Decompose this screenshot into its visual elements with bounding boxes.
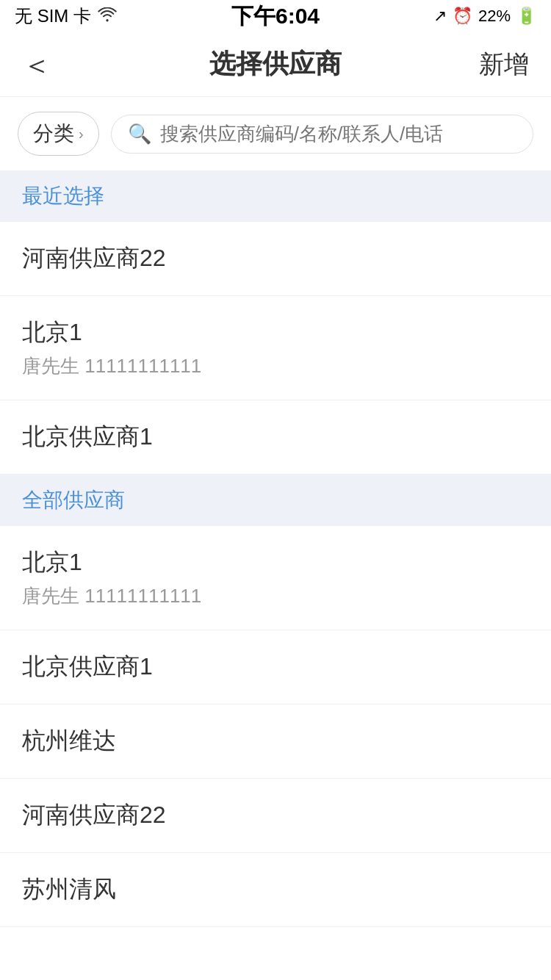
list-item[interactable]: 北京供应商1 [0,400,551,475]
item-name: 北京1 [22,317,529,349]
status-left: 无 SIM 卡 [15,4,118,28]
wifi-icon [97,6,118,26]
all-suppliers-label: 全部供应商 [22,489,125,511]
location-icon: ↗ [433,7,447,26]
item-name: 北京供应商1 [22,651,529,683]
sim-label: 无 SIM 卡 [15,4,91,28]
item-name: 杭州维达 [22,725,529,757]
status-bar: 无 SIM 卡 下午6:04 ↗ ⏰ 22% 🔋 [0,0,551,32]
list-item[interactable]: 北京1 唐先生 11111111111 [0,296,551,400]
all-list: 北京1 唐先生 11111111111 北京供应商1 杭州维达 河南供应商22 … [0,526,551,927]
add-button[interactable]: 新增 [479,48,529,82]
search-box: 🔍 [111,115,533,154]
category-label: 分类 [33,120,74,148]
status-right: ↗ ⏰ 22% 🔋 [433,7,536,26]
search-input[interactable] [160,123,516,145]
all-section-header: 全部供应商 [0,475,551,526]
list-item[interactable]: 北京供应商1 [0,630,551,705]
alarm-icon: ⏰ [453,7,472,26]
item-name: 河南供应商22 [22,799,529,832]
list-item[interactable]: 苏州清风 [0,853,551,927]
list-item[interactable]: 北京1 唐先生 11111111111 [0,526,551,630]
recent-label: 最近选择 [22,184,104,207]
page-title: 选择供应商 [209,46,342,82]
list-item[interactable]: 河南供应商22 [0,222,551,296]
recent-section-header: 最近选择 [0,170,551,222]
item-name: 北京1 [22,547,529,579]
chevron-right-icon: › [79,126,84,143]
item-name: 北京供应商1 [22,421,529,453]
recent-list: 河南供应商22 北京1 唐先生 11111111111 北京供应商1 [0,222,551,475]
category-button[interactable]: 分类 › [18,112,99,156]
nav-bar: ＜ 选择供应商 新增 [0,32,551,97]
list-item[interactable]: 杭州维达 [0,705,551,779]
item-name: 河南供应商22 [22,242,529,275]
filter-bar: 分类 › 🔍 [0,97,551,170]
battery-icon: 🔋 [516,7,536,26]
back-button[interactable]: ＜ [22,50,51,79]
item-name: 苏州清风 [22,873,529,906]
item-sub: 唐先生 11111111111 [22,353,529,379]
status-time: 下午6:04 [231,1,320,32]
battery-level: 22% [478,7,511,26]
item-sub: 唐先生 11111111111 [22,583,529,609]
list-item[interactable]: 河南供应商22 [0,779,551,853]
search-icon: 🔍 [128,123,151,145]
